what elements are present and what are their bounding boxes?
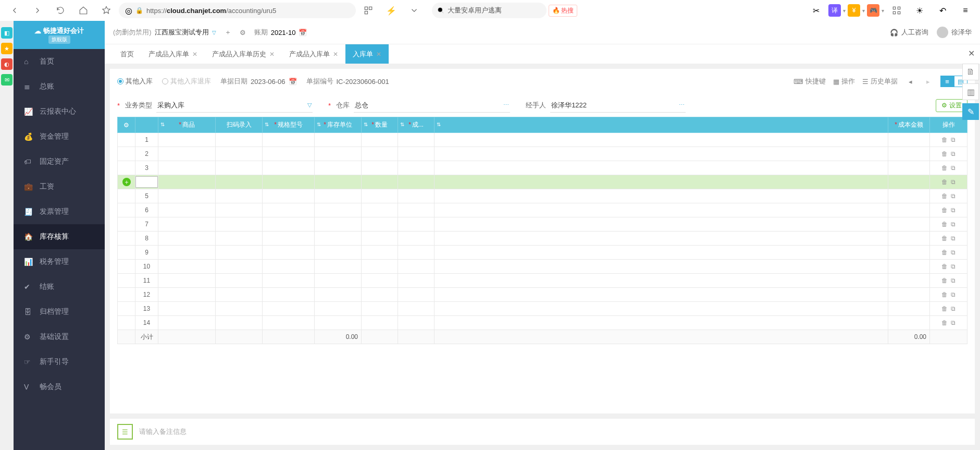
delete-row-icon[interactable]: 🗑 [941, 206, 948, 214]
table-row[interactable]: 12🗑⧉ [118, 288, 967, 302]
copy-row-icon[interactable]: ⧉ [951, 164, 956, 172]
table-row[interactable]: 1🗑⧉ [118, 133, 967, 147]
tab-1[interactable]: 产成品入库单✕ [141, 44, 205, 64]
scissors-icon[interactable]: ✂ [805, 0, 826, 21]
support-link[interactable]: 🎧 人工咨询 [890, 28, 928, 37]
table-row[interactable]: 9🗑⧉ [118, 246, 967, 260]
table-row[interactable]: 14🗑⧉ [118, 316, 967, 330]
table-row[interactable]: 5🗑⧉ [118, 189, 967, 203]
browser-search[interactable]: 大量安卓用户逃离 [432, 3, 547, 18]
tab-2[interactable]: 产成品入库单历史✕ [205, 44, 282, 64]
copy-row-icon[interactable]: ⧉ [951, 319, 956, 326]
tab-4[interactable]: 入库单✕ [345, 44, 389, 64]
table-row[interactable]: 8🗑⧉ [118, 232, 967, 246]
delete-row-icon[interactable]: 🗑 [941, 164, 948, 172]
sidebar-item-1[interactable]: ≣总账 [14, 74, 105, 99]
theme-icon[interactable]: ☀ [909, 0, 930, 21]
col-qty[interactable]: ⇅*数量 [362, 117, 398, 133]
col-fill[interactable]: ⇅ [435, 117, 888, 133]
tab-3[interactable]: 产成品入库单✕ [282, 44, 345, 64]
copy-row-icon[interactable]: ⧉ [951, 235, 956, 242]
copy-row-icon[interactable]: ⧉ [951, 192, 956, 200]
sidebar-item-3[interactable]: 💰资金管理 [14, 124, 105, 149]
rail-doc-icon[interactable]: 🗎 [962, 64, 979, 80]
col-scan[interactable]: 扫码录入 [216, 117, 263, 133]
add-row-icon[interactable]: ＋ [122, 178, 131, 186]
dock-app-1[interactable]: ◧ [1, 27, 13, 39]
table-row[interactable]: ＋🗑⧉ [118, 175, 967, 189]
delete-row-icon[interactable]: 🗑 [941, 263, 948, 270]
reload-button[interactable] [50, 0, 71, 21]
history-link[interactable]: ☰历史单据 [862, 77, 898, 86]
col-gear[interactable]: ⚙ [118, 117, 135, 133]
radio-other-in-return[interactable]: 其他入库退库 [162, 77, 211, 86]
sidebar-item-0[interactable]: ⌂首页 [14, 49, 105, 74]
table-row[interactable]: 6🗑⧉ [118, 203, 967, 217]
user-menu[interactable]: 徐泽华 [937, 27, 972, 38]
biztype-field[interactable]: *业务类型 采购入库▽ [117, 99, 313, 113]
warehouse-field[interactable]: *仓库 总仓⋯ [328, 99, 510, 113]
next-doc[interactable]: ▸ [923, 76, 933, 87]
delete-row-icon[interactable]: 🗑 [941, 235, 948, 242]
view-list[interactable]: ≡ [940, 76, 954, 87]
sidebar-item-9[interactable]: ✔结账 [14, 274, 105, 299]
add-icon[interactable]: ＋ [225, 28, 231, 37]
shortcut-link[interactable]: ⌨快捷键 [793, 77, 826, 86]
hot-search-badge[interactable]: 🔥热搜 [549, 5, 577, 17]
tab-close-icon[interactable]: ✕ [333, 51, 338, 58]
tab-close-icon[interactable]: ✕ [269, 51, 275, 58]
sidebar-item-8[interactable]: 📊税务管理 [14, 249, 105, 274]
remarks-bar[interactable]: ☰ 请输入备注信息 [110, 419, 975, 445]
org-selector[interactable]: (勿删勿禁用) 江西服宝测试专用 ▽ [113, 28, 216, 37]
sidebar-item-5[interactable]: 💼工资 [14, 174, 105, 199]
copy-row-icon[interactable]: ⧉ [951, 178, 956, 186]
delete-row-icon[interactable]: 🗑 [941, 291, 948, 298]
product-input[interactable] [135, 176, 158, 188]
rail-edit-icon[interactable]: ✎ [962, 103, 979, 120]
copy-row-icon[interactable]: ⧉ [951, 263, 956, 270]
table-row[interactable]: 10🗑⧉ [118, 260, 967, 274]
copy-row-icon[interactable]: ⧉ [951, 150, 956, 157]
delete-row-icon[interactable]: 🗑 [941, 192, 948, 200]
col-spec[interactable]: ⇅*规格型号 [263, 117, 315, 133]
delete-row-icon[interactable]: 🗑 [941, 319, 948, 326]
dock-app-4[interactable]: ✉ [1, 74, 13, 86]
col-cost[interactable]: ⇅*成... [398, 117, 435, 133]
copy-row-icon[interactable]: ⧉ [951, 291, 956, 298]
delete-row-icon[interactable]: 🗑 [941, 150, 948, 157]
sidebar-item-11[interactable]: ⚙基础设置 [14, 324, 105, 349]
col-amount[interactable]: *成本金额 [888, 117, 930, 133]
qr-icon[interactable] [358, 0, 379, 21]
back-button[interactable] [4, 0, 25, 21]
sidebar-item-6[interactable]: 🧾发票管理 [14, 199, 105, 224]
delete-row-icon[interactable]: 🗑 [941, 249, 948, 256]
forward-button[interactable] [27, 0, 48, 21]
copy-row-icon[interactable]: ⧉ [951, 206, 956, 214]
radio-other-in[interactable]: 其他入库 [117, 77, 153, 86]
flash-icon[interactable]: ⚡ [381, 0, 402, 21]
sidebar-item-13[interactable]: V畅会员 [14, 374, 105, 399]
dropdown-icon[interactable] [404, 0, 425, 21]
prev-doc[interactable]: ◂ [905, 76, 915, 87]
translate-ext-icon[interactable]: 译 [828, 4, 841, 17]
col-unit[interactable]: ⇅*库存单位 [315, 117, 362, 133]
wallet-ext-icon[interactable]: ¥ [848, 4, 860, 17]
table-row[interactable]: 13🗑⧉ [118, 302, 967, 316]
delete-row-icon[interactable]: 🗑 [941, 277, 948, 284]
dock-app-2[interactable]: ★ [1, 43, 13, 54]
menu-icon[interactable]: ≡ [955, 0, 976, 21]
apps-icon[interactable] [886, 0, 907, 21]
delete-row-icon[interactable]: 🗑 [941, 136, 948, 143]
settings-gear-icon[interactable]: ⚙ [240, 29, 246, 37]
handler-field[interactable]: 经手人 徐泽华1222⋯ [526, 99, 686, 113]
copy-row-icon[interactable]: ⧉ [951, 305, 956, 312]
delete-row-icon[interactable]: 🗑 [941, 305, 948, 312]
sidebar-item-4[interactable]: 🏷固定资产 [14, 149, 105, 174]
copy-row-icon[interactable]: ⧉ [951, 277, 956, 284]
address-bar[interactable]: ◎ 🔒 https://cloud.chanjet.com/accounting… [119, 3, 356, 18]
copy-row-icon[interactable]: ⧉ [951, 249, 956, 256]
table-row[interactable]: 11🗑⧉ [118, 274, 967, 288]
undo-history-icon[interactable]: ↶ [932, 0, 953, 21]
doc-date[interactable]: 单据日期 2023-06-06 📅 [220, 77, 297, 86]
close-all-tabs[interactable]: ✕ [968, 48, 975, 58]
